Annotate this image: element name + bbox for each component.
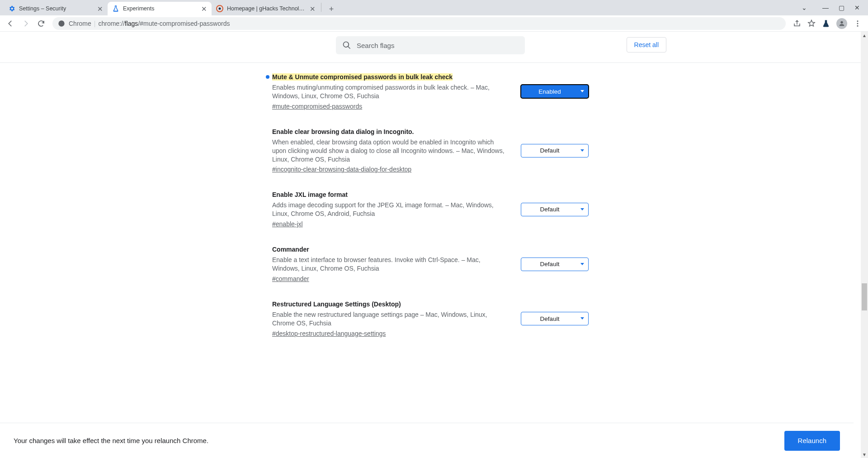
maximize-icon[interactable]: ▢ (839, 4, 844, 11)
search-placeholder: Search flags (357, 42, 394, 49)
flag-title: Commander (272, 246, 309, 253)
flag-hash-link[interactable]: #desktop-restructured-language-settings (272, 330, 386, 337)
ghacks-icon (216, 5, 223, 12)
flag-title: Restructured Language Settings (Desktop) (272, 301, 401, 308)
url-scheme: Chrome (69, 20, 91, 27)
profile-avatar[interactable] (836, 18, 847, 29)
search-flags-input[interactable]: Search flags (336, 36, 525, 54)
tab-title: Homepage | gHacks Technology (227, 5, 307, 12)
svg-point-3 (840, 21, 843, 23)
back-button[interactable] (3, 17, 18, 30)
flags-header: Search flags Reset all (0, 32, 861, 63)
gear-icon (8, 5, 15, 12)
flag-hash-link[interactable]: #commander (272, 275, 309, 282)
flag-select[interactable]: Default (521, 203, 589, 216)
page-viewport: Search flags Reset all Mute & Unmute com… (0, 32, 861, 458)
bookmark-star-icon[interactable] (807, 19, 816, 28)
kebab-menu-icon[interactable] (854, 19, 862, 28)
address-bar[interactable]: Chrome | chrome://flags/#mute-compromise… (52, 17, 786, 30)
toolbar-actions (789, 18, 865, 29)
scroll-thumb[interactable] (862, 283, 867, 310)
forward-button[interactable] (18, 17, 33, 30)
scroll-track[interactable] (861, 39, 868, 451)
flag-title: Mute & Unmute compromised passwords in b… (272, 73, 453, 81)
svg-point-1 (219, 8, 221, 10)
flag-description: Enable the new restructured language set… (272, 310, 507, 328)
scroll-up-icon[interactable]: ▲ (861, 32, 868, 39)
close-window-icon[interactable]: ✕ (854, 4, 860, 11)
flag-select[interactable]: Default (521, 144, 589, 157)
flag-description: Enable a text interface to browser featu… (272, 256, 507, 273)
site-info-icon[interactable] (58, 20, 65, 27)
extension-icon[interactable] (822, 19, 830, 28)
minimize-icon[interactable]: — (822, 4, 829, 11)
flag-hash-link[interactable]: #incognito-clear-browsing-data-dialog-fo… (272, 166, 411, 173)
flag-title: Enable clear browsing data dialog in Inc… (272, 128, 414, 135)
reset-all-button[interactable]: Reset all (627, 37, 666, 52)
relaunch-button[interactable]: Relaunch (784, 431, 840, 451)
new-tab-button[interactable]: + (325, 3, 338, 15)
url-host: chrome:// (98, 20, 124, 27)
flag-row: Enable JXL image format Adds image decod… (272, 191, 589, 228)
flask-icon (112, 5, 119, 12)
flag-row: Enable clear browsing data dialog in Inc… (272, 128, 589, 174)
reload-button[interactable] (33, 17, 49, 30)
flag-title: Enable JXL image format (272, 191, 348, 198)
flags-list: Mute & Unmute compromised passwords in b… (0, 63, 861, 373)
flag-select[interactable]: Default (521, 312, 589, 325)
tab-ghacks[interactable]: Homepage | gHacks Technology ✕ (212, 2, 320, 15)
scroll-down-icon[interactable]: ▼ (861, 451, 868, 458)
tab-search-icon[interactable]: ⌄ (802, 4, 807, 11)
flag-row: Commander Enable a text interface to bro… (272, 245, 589, 283)
relaunch-bar: Your changes will take effect the next t… (0, 423, 854, 458)
tab-strip: Settings – Security ✕ Experiments ✕ Home… (0, 0, 868, 15)
flag-hash-link[interactable]: #mute-compromised-passwords (272, 103, 362, 110)
flag-row: Mute & Unmute compromised passwords in b… (272, 73, 589, 110)
svg-point-4 (857, 20, 859, 22)
relaunch-message: Your changes will take effect the next t… (14, 437, 208, 444)
svg-point-6 (857, 25, 859, 26)
close-icon[interactable]: ✕ (310, 5, 316, 12)
svg-point-2 (58, 20, 64, 26)
flag-description: Enables muting/unmuting compromised pass… (272, 83, 507, 100)
url-path-rest: /#mute-compromised-passwords (138, 20, 230, 27)
svg-point-5 (857, 23, 859, 24)
flag-hash-link[interactable]: #enable-jxl (272, 220, 303, 228)
share-icon[interactable] (793, 19, 801, 28)
tab-settings-security[interactable]: Settings – Security ✕ (4, 2, 108, 15)
flag-row: Restructured Language Settings (Desktop)… (272, 300, 589, 338)
modified-dot-icon (266, 75, 269, 79)
window-controls: ⌄ — ▢ ✕ (793, 0, 868, 15)
browser-toolbar: Chrome | chrome://flags/#mute-compromise… (0, 15, 868, 32)
url-path-bold: flags (125, 20, 138, 27)
close-icon[interactable]: ✕ (201, 5, 207, 12)
flag-select[interactable]: Enabled (521, 85, 589, 98)
tab-separator (321, 3, 321, 12)
flag-description: Adds image decoding support for the JPEG… (272, 201, 507, 218)
flag-description: When enabled, clear browsing data option… (272, 138, 507, 164)
tab-title: Settings – Security (19, 5, 94, 12)
search-icon (342, 41, 351, 50)
vertical-scrollbar[interactable]: ▲ ▼ (861, 32, 868, 458)
flag-select[interactable]: Default (521, 258, 589, 271)
tab-experiments[interactable]: Experiments ✕ (108, 2, 212, 15)
tab-title: Experiments (123, 5, 198, 12)
close-icon[interactable]: ✕ (97, 5, 103, 12)
